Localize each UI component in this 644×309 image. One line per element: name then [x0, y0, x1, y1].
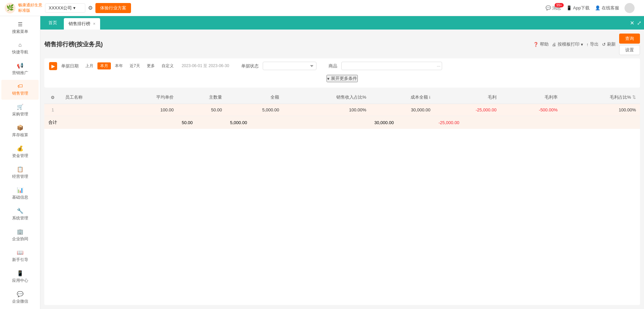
service-icon: 👤	[595, 5, 600, 10]
goods-more-icon[interactable]: ···	[437, 63, 440, 68]
table-footer-row: 合计 50.00 5,000.00 30,000.00 -25,000.00	[44, 116, 640, 129]
sidebar-item-purchase[interactable]: 🛒 采购管理	[1, 100, 39, 120]
sidebar-item-newbie[interactable]: 📖 新手引导	[1, 246, 39, 266]
expand-conditions-button[interactable]: ▾ 展开更多条件	[327, 75, 358, 82]
tab-sales-ranking[interactable]: 销售排行榜 ×	[64, 18, 100, 30]
column-settings-icon[interactable]: ⚙	[51, 95, 55, 100]
company-selector[interactable]: XXXXX公司 ▾	[45, 3, 85, 13]
app-download-label: App下载	[573, 5, 590, 11]
footer-qty: 50.00	[178, 116, 226, 129]
page-actions: ❓ 帮助 🖨 按模板打印 ▾ ↑ 导出 ↺ 刷新	[533, 34, 640, 55]
col-profit: 毛利	[434, 91, 501, 104]
footer-label: 合计	[44, 116, 119, 129]
date-tab-last-month[interactable]: 上月	[83, 62, 96, 69]
chevron-down-icon: ▾	[73, 5, 76, 10]
appcenter-icon: 📱	[17, 270, 24, 276]
company-name: XXXXX公司	[49, 5, 72, 11]
finance-icon: 💰	[17, 145, 24, 152]
export-button[interactable]: ↑ 导出	[587, 41, 599, 47]
print-button[interactable]: 🖨 按模板打印 ▾	[552, 41, 583, 47]
footer-cost: 30,000.00	[370, 116, 434, 129]
date-tab-more[interactable]: 更多	[144, 62, 158, 69]
sidebar-label-inventory: 库存核算	[12, 132, 28, 138]
sidebar-item-enterprise[interactable]: 🏢 企业协同	[1, 225, 39, 245]
trial-button[interactable]: 体验行业方案	[95, 3, 131, 13]
sidebar-item-system[interactable]: 🔧 系统管理	[1, 204, 39, 224]
sidebar: ☰ 搜索菜单 ⌂ 快捷导航 📢 营销推广 🏷 销售管理 🛒 采购管理 📦 库存核…	[0, 16, 40, 309]
date-tab-7days[interactable]: 近7天	[127, 62, 143, 69]
data-table: ⚙ 员工名称 平均单价 主数量 全额 销售收入占比% 成本全额 ℹ 毛利 毛利率	[44, 91, 640, 129]
expand-conditions-label: 展开更多条件	[331, 75, 357, 82]
sidebar-item-inventory[interactable]: 📦 库存核算	[1, 121, 39, 141]
col-amount: 全额	[226, 91, 283, 104]
col-cost: 成本全额 ℹ	[370, 91, 434, 104]
sidebar-item-operations[interactable]: 📋 经营管理	[1, 163, 39, 183]
sidebar-item-basic[interactable]: 📊 基础信息	[1, 184, 39, 204]
tab-bar: 首页 销售排行榜 × ✕ ⤢	[40, 16, 644, 30]
sidebar-item-wechat[interactable]: 💬 企业微信	[1, 288, 39, 308]
sidebar-label-marketing: 营销推广	[12, 70, 28, 76]
date-tab-custom[interactable]: 自定义	[159, 62, 176, 69]
sidebar-label-enterprise: 企业协同	[12, 236, 28, 242]
profit-sort-icon: ⇅	[632, 95, 636, 100]
print-chevron: ▾	[581, 42, 583, 47]
search-menu-icon: ☰	[18, 21, 23, 28]
sidebar-label-basic: 基础信息	[12, 195, 28, 200]
sidebar-label-wechat: 企业微信	[12, 299, 28, 304]
footer-profit: -25,000.00	[434, 116, 501, 129]
tab-home[interactable]: 首页	[43, 16, 62, 30]
date-tabs: 上月 本月 本年 近7天 更多 自定义	[83, 62, 176, 69]
tab-close-icon[interactable]: ×	[93, 21, 95, 26]
help-button[interactable]: ❓ 帮助	[533, 41, 549, 47]
collapse-filter-btn[interactable]: ▶	[49, 62, 57, 70]
svg-text:🌿: 🌿	[6, 4, 14, 11]
message-button[interactable]: 💬 消息 99+	[546, 5, 561, 11]
cell-profit: -25,000.00	[434, 104, 501, 116]
refresh-button[interactable]: ↺ 刷新	[602, 41, 616, 47]
date-tab-this-month[interactable]: 本月	[97, 62, 111, 69]
col-qty: 主数量	[178, 91, 226, 104]
download-icon: 📱	[566, 5, 572, 10]
message-badge: 99+	[555, 3, 564, 7]
cost-info-icon: ℹ	[429, 95, 430, 99]
close-window-icon[interactable]: ✕	[630, 20, 634, 26]
sidebar-item-search[interactable]: ☰ 搜索菜单	[1, 18, 39, 38]
expand-row: ▾ 展开更多条件	[49, 73, 635, 84]
print-label: 按模板打印	[558, 41, 579, 47]
col-profit-rate: 毛利率	[501, 91, 562, 104]
maximize-icon[interactable]: ⤢	[637, 20, 641, 26]
top-right-actions: 💬 消息 99+ 📱 App下载 👤 在线客服	[546, 3, 640, 13]
cell-rank: 1	[44, 104, 61, 116]
online-service-button[interactable]: 👤 在线客服	[595, 5, 619, 11]
date-label: 单据日期	[61, 63, 79, 69]
col-sales-pct: 销售收入占比%	[283, 91, 370, 104]
sidebar-item-shortcut[interactable]: ⌂ 快捷导航	[1, 39, 39, 58]
date-tab-this-year[interactable]: 本年	[112, 62, 126, 69]
settings-top-icon[interactable]: ⚙	[88, 5, 93, 11]
sidebar-item-sales[interactable]: 🏷 销售管理	[1, 80, 39, 100]
col-settings: ⚙	[44, 91, 61, 104]
print-icon: 🖨	[552, 42, 556, 47]
table-header-row: ⚙ 员工名称 平均单价 主数量 全额 销售收入占比% 成本全额 ℹ 毛利 毛利率	[44, 91, 640, 104]
app-download-button[interactable]: 📱 App下载	[566, 5, 590, 11]
query-button[interactable]: 查询	[619, 34, 640, 44]
sidebar-label-sales: 销售管理	[12, 91, 28, 96]
sidebar-label-operations: 经营管理	[12, 174, 28, 179]
goods-label: 商品	[329, 63, 337, 69]
sales-icon: 🏷	[17, 83, 23, 89]
gear-icon: ⚙	[88, 5, 93, 11]
filter-bar: ▶ 单据日期 上月 本月 本年 近7天 更多 自定义 2023-06-01 至 …	[44, 58, 640, 88]
wechat-icon: 💬	[17, 291, 24, 297]
sidebar-label-purchase: 采购管理	[12, 111, 28, 117]
sidebar-item-appcenter[interactable]: 📱 应用中心	[1, 267, 39, 287]
col-employee: 员工名称	[61, 91, 119, 104]
chevron-down-expand-icon: ▾	[327, 76, 330, 81]
operations-icon: 📋	[17, 166, 24, 172]
settings-button[interactable]: 设置	[619, 45, 640, 55]
sidebar-item-marketing[interactable]: 📢 营销推广	[1, 59, 39, 79]
avatar[interactable]	[625, 3, 635, 13]
sidebar-item-finance[interactable]: 💰 资金管理	[1, 142, 39, 162]
status-select[interactable]	[263, 62, 316, 70]
sidebar-label-newbie: 新手引导	[12, 257, 28, 263]
goods-input[interactable]	[341, 62, 442, 70]
